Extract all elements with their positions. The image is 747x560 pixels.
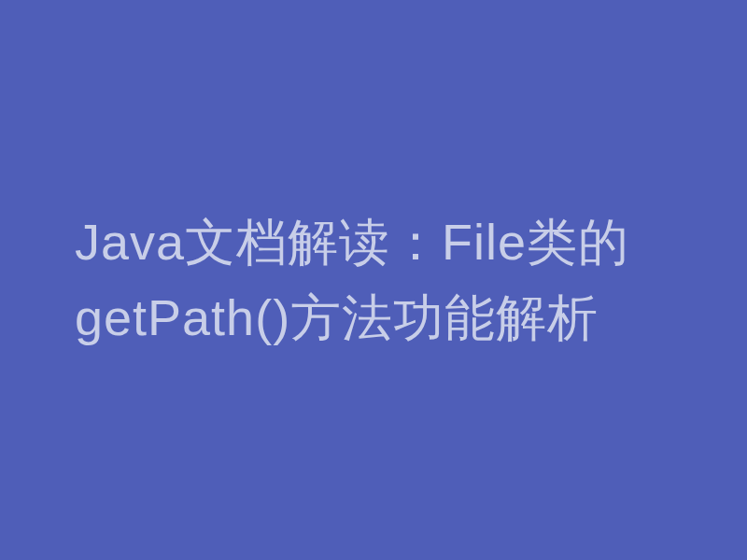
document-title: Java文档解读：File类的getPath()方法功能解析 — [75, 204, 635, 356]
